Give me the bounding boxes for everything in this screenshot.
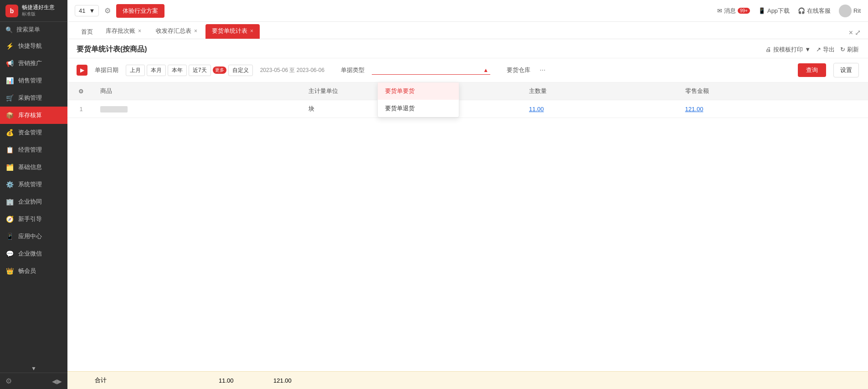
- app-brand-sub: 标准版: [22, 11, 55, 17]
- chevron-down-icon: ▼: [805, 46, 811, 53]
- sidebar-item-label: 资金管理: [18, 128, 42, 137]
- sidebar-item-label: 销售管理: [18, 77, 42, 85]
- sidebar-item-label: 库存核算: [18, 111, 42, 119]
- dropdown-item-order-goods[interactable]: 要货单要货: [378, 82, 459, 100]
- type-dropdown-arrow[interactable]: ▲: [483, 67, 488, 73]
- sidebar-item-label: 经营管理: [18, 146, 42, 154]
- sidebar-search[interactable]: 🔍 搜索菜单: [0, 22, 67, 37]
- date-filter-label: 单据日期: [95, 66, 118, 74]
- tab-close-icon[interactable]: ×: [250, 28, 253, 34]
- purchase-icon: 🛒: [5, 94, 14, 102]
- topbar-right: ✉ 消息 99+ 📱 App下载 🎧 在线客服 Rit: [717, 5, 861, 17]
- tab-receipt-summary[interactable]: 收发存汇总表 ×: [149, 24, 204, 39]
- tab-close-icon[interactable]: ×: [138, 28, 141, 34]
- inventory-icon: 📦: [5, 112, 14, 119]
- collapse-icon[interactable]: ◀▶: [52, 378, 62, 385]
- sidebar-item-finance[interactable]: 💰 资金管理: [0, 124, 67, 141]
- sidebar-item-purchase[interactable]: 🛒 采购管理: [0, 89, 67, 107]
- download-btn[interactable]: 📱 App下载: [758, 7, 790, 15]
- enterprise-icon: 🏢: [5, 198, 14, 205]
- cell-goods: [95, 100, 303, 118]
- app-brand-name: 畅捷通好生意: [22, 4, 55, 11]
- sidebar-footer: ⚙ ◀▶: [0, 373, 67, 389]
- refresh-icon: ↻: [840, 46, 845, 53]
- main-area: 41 ▼ ⚙ 体验行业方案 ✉ 消息 99+ 📱 App下载 🎧 在线客服 R: [67, 0, 868, 389]
- sidebar-item-sales[interactable]: 📊 销售管理: [0, 72, 67, 89]
- support-btn[interactable]: 🎧 在线客服: [798, 7, 831, 15]
- refresh-btn[interactable]: ↻ 刷新: [840, 46, 859, 54]
- sidebar-item-guide[interactable]: 🧭 新手引导: [0, 210, 67, 228]
- settings-icon[interactable]: ⚙: [5, 377, 12, 385]
- content-area: 要货单统计表(按商品) 🖨 按模板打印 ▼ ↗ 导出 ↻ 刷新: [67, 39, 868, 389]
- cell-qty[interactable]: 11.00: [524, 100, 680, 118]
- company-selector[interactable]: 41 ▼: [75, 5, 99, 16]
- sidebar-item-operations[interactable]: 📋 经营管理: [0, 141, 67, 159]
- tabs-bar: 首页 库存批次账 × 收发存汇总表 × 要货单统计表 × × ⤢: [67, 22, 868, 39]
- tab-close-icon[interactable]: ×: [194, 28, 197, 34]
- custom-date-btn[interactable]: 自定义: [228, 65, 253, 76]
- system-icon: ⚙️: [5, 181, 14, 188]
- chevron-down-icon: ▼: [89, 7, 95, 14]
- col-settings[interactable]: ⚙: [67, 82, 95, 100]
- trial-btn[interactable]: 体验行业方案: [116, 4, 164, 18]
- last-7-btn[interactable]: 近7天: [189, 65, 211, 76]
- tab-inventory-batch[interactable]: 库存批次账 ×: [99, 24, 148, 39]
- user-avatar-btn[interactable]: Rit: [839, 5, 861, 17]
- print-template-btn[interactable]: 🖨 按模板打印 ▼: [765, 46, 811, 54]
- sidebar-item-system[interactable]: ⚙️ 系统管理: [0, 176, 67, 193]
- sidebar-item-marketing[interactable]: 📢 营销推广: [0, 55, 67, 72]
- filter-settings-btn[interactable]: 设置: [833, 63, 859, 77]
- tab-label: 收发存汇总表: [156, 27, 191, 35]
- sidebar-item-wecom[interactable]: 💬 企业微信: [0, 245, 67, 262]
- basic-icon: 🗂️: [5, 164, 14, 171]
- tab-label: 库存批次账: [106, 27, 135, 35]
- this-month-btn[interactable]: 本月: [147, 65, 166, 76]
- tab-home[interactable]: 首页: [75, 25, 99, 39]
- col-qty: 主数量: [524, 82, 680, 100]
- sidebar-logo: b 畅捷通好生意 标准版: [0, 0, 67, 22]
- type-filter-label: 单据类型: [341, 66, 365, 74]
- date-range-text: 2023-05-06 至 2023-06-06: [260, 67, 324, 74]
- cell-amount[interactable]: 121.00: [680, 100, 868, 118]
- warehouse-more-icon[interactable]: ···: [539, 66, 545, 74]
- support-label: 在线客服: [807, 7, 831, 15]
- filter-bar: ▶ 单据日期 上月 本月 本年 近7天 更多 自定义 2023-05-06 至 …: [67, 58, 868, 82]
- sidebar-item-label: 畅会员: [18, 267, 36, 275]
- topbar-settings-icon[interactable]: ⚙: [104, 6, 111, 15]
- tabs-expand-btn[interactable]: ⤢: [855, 28, 861, 37]
- export-btn[interactable]: ↗ 导出: [816, 46, 835, 54]
- type-filter-input[interactable]: [372, 66, 490, 75]
- sidebar-item-inventory[interactable]: 📦 库存核算: [0, 107, 67, 124]
- sidebar-item-member[interactable]: 👑 畅会员: [0, 262, 67, 280]
- sidebar-item-enterprise[interactable]: 🏢 企业协同: [0, 193, 67, 210]
- sales-icon: 📊: [5, 77, 14, 84]
- quicknav-icon: ⚡: [5, 42, 14, 50]
- tab-order-summary[interactable]: 要货单统计表 ×: [205, 24, 260, 39]
- this-year-btn[interactable]: 本年: [168, 65, 187, 76]
- search-icon: 🔍: [5, 26, 13, 33]
- more-date-badge[interactable]: 更多: [213, 67, 226, 74]
- print-icon: 🖨: [765, 46, 771, 53]
- user-name: Rit: [853, 7, 861, 14]
- page-title: 要货单统计表(按商品): [77, 45, 147, 54]
- tabs-close-all-btn[interactable]: ×: [849, 29, 853, 37]
- app-logo-icon: b: [5, 5, 18, 17]
- operations-icon: 📋: [5, 146, 14, 154]
- messages-label: 消息: [724, 7, 736, 15]
- sidebar-scroll-down[interactable]: ▼: [0, 364, 67, 373]
- last-month-btn[interactable]: 上月: [126, 65, 145, 76]
- sidebar-item-appstore[interactable]: 📱 应用中心: [0, 228, 67, 245]
- table-wrap: ⚙ 商品 主计量单位 主数量 零售金额 1 块 11.00: [67, 82, 868, 371]
- sidebar-item-quicknav[interactable]: ⚡ 快捷导航: [0, 37, 67, 55]
- messages-btn[interactable]: ✉ 消息 99+: [717, 7, 750, 15]
- goods-name-blurred: [100, 106, 128, 113]
- dropdown-item-order-return[interactable]: 要货单退货: [378, 100, 459, 117]
- filter-expand-btn[interactable]: ▶: [77, 65, 87, 76]
- sidebar-item-label: 企业微信: [18, 250, 42, 258]
- export-icon: ↗: [816, 46, 821, 53]
- company-selector-text: 41: [79, 7, 85, 14]
- sidebar-item-basic[interactable]: 🗂️ 基础信息: [0, 159, 67, 176]
- sidebar-item-label: 快捷导航: [18, 42, 42, 50]
- query-btn[interactable]: 查询: [798, 63, 826, 77]
- sidebar-item-label: 营销推广: [18, 59, 42, 67]
